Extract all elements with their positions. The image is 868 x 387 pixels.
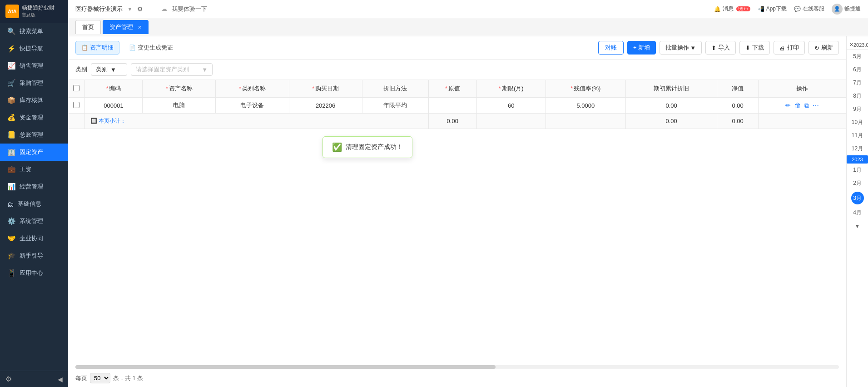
per-page-select[interactable]: 50 — [90, 373, 110, 383]
cell-accumulated: 0.00 — [626, 98, 717, 114]
sidebar-item-label: 库存核算 — [20, 96, 43, 104]
cell-code: 000001 — [84, 98, 143, 114]
cell-purchase-date: 202206 — [289, 98, 362, 114]
delete-icon[interactable]: 🗑 — [794, 102, 801, 109]
sidebar-item-appcenter[interactable]: 📱 应用中心 — [0, 264, 68, 282]
sidebar-item-basicinfo[interactable]: 🗂 基础信息 — [0, 195, 68, 213]
notifications-button[interactable]: 🔔 消息 99++ — [714, 5, 750, 13]
col-header-purchase-date: *购买日期 — [289, 80, 362, 98]
rp-month-6[interactable]: 6月 — [847, 63, 868, 76]
batch-chevron-icon: ▼ — [690, 45, 696, 51]
sidebar-item-label: 固定资产 — [20, 148, 43, 156]
refresh-button[interactable]: ↻ 刷新 — [808, 41, 839, 55]
rp-month-5[interactable]: 5月 — [847, 50, 868, 63]
row-checkbox-cell — [68, 98, 84, 114]
sidebar-collapse-icon[interactable]: ◀ — [58, 376, 63, 383]
sidebar: AtA 畅捷通好业财 普及版 🔍 搜索菜单 ⚡ 快捷导航 📈 销售管理 🛒 采购… — [0, 0, 68, 387]
rp-nav-down-icon[interactable]: ▼ — [855, 223, 860, 229]
search-icon: 🔍 — [7, 27, 16, 35]
sidebar-item-fixedassets[interactable]: 🏢 固定资产 — [0, 144, 68, 161]
sidebar-item-ledger[interactable]: 📒 总账管理 — [0, 126, 68, 144]
toolbar-right: 对账 + 新增 批量操作 ▼ ⬆ 导入 ⬇ 下载 🖨 — [598, 41, 839, 55]
avatar: 👤 — [832, 4, 843, 15]
sidebar-item-operations[interactable]: 📊 经营管理 — [0, 178, 68, 195]
table-wrapper[interactable]: *编码 *资产名称 *类别名称 *购买日期 折旧方法 *原值 *期限(月) *残… — [68, 80, 846, 365]
sidebar-item-label: 经营管理 — [20, 183, 43, 191]
sub-tab-voucher[interactable]: 📄 变更生成凭证 — [123, 41, 179, 55]
right-panel-close-icon[interactable]: ✕ — [849, 42, 853, 48]
appcenter-icon: 📱 — [7, 269, 16, 277]
sidebar-settings-icon[interactable]: ⚙ — [5, 375, 12, 383]
sidebar-item-enterprise[interactable]: 🤝 企业协同 — [0, 230, 68, 247]
table-header-row: *编码 *资产名称 *类别名称 *购买日期 折旧方法 *原值 *期限(月) *残… — [68, 80, 846, 98]
right-panel: ✕ 2023.03 ⤢ 5月 6月 7月 8月 9月 10月 11月 12月 2… — [846, 36, 868, 387]
tab-home[interactable]: 首页 — [75, 20, 101, 34]
category-input[interactable]: 请选择固定资产类别 ▼ — [131, 63, 213, 76]
rp-month-8[interactable]: 8月 — [847, 89, 868, 103]
tab-assets[interactable]: 资产管理 ✕ — [103, 20, 149, 34]
download-button[interactable]: ⬇ 下载 — [739, 41, 770, 55]
rp-month-7[interactable]: 7月 — [847, 76, 868, 89]
sidebar-item-salary[interactable]: 💼 工资 — [0, 161, 68, 178]
row-checkbox[interactable] — [73, 102, 79, 108]
company-chevron-icon[interactable]: ▼ — [127, 6, 133, 12]
sub-tab-detail[interactable]: 📋 资产明细 — [75, 41, 119, 55]
sidebar-item-label: 快捷导航 — [20, 45, 43, 53]
input-chevron-icon: ▼ — [202, 66, 208, 73]
rp-month-3-active[interactable]: 3月 — [851, 192, 864, 204]
sidebar-item-quicknav[interactable]: ⚡ 快捷导航 — [0, 40, 68, 57]
sidebar-item-inventory[interactable]: 📦 库存核算 — [0, 92, 68, 109]
basicinfo-icon: 🗂 — [7, 200, 14, 208]
detail-tab-icon: 📋 — [81, 45, 88, 51]
category-select[interactable]: 类别 ▼ — [91, 63, 127, 76]
experience-button[interactable]: 我要体验一下 — [172, 5, 207, 13]
rp-month-10[interactable]: 10月 — [847, 116, 868, 129]
sidebar-item-search[interactable]: 🔍 搜索菜单 — [0, 23, 68, 40]
print-button[interactable]: 🖨 打印 — [774, 41, 805, 55]
tab-close-icon[interactable]: ✕ — [138, 25, 142, 30]
company-settings-icon[interactable]: ⚙ — [137, 5, 143, 13]
user-profile[interactable]: 👤 畅捷通 — [832, 4, 861, 15]
rp-month-11[interactable]: 11月 — [847, 129, 868, 142]
service-icon: 💬 — [794, 6, 801, 12]
sidebar-item-guide[interactable]: 🎓 新手引导 — [0, 247, 68, 264]
online-service-button[interactable]: 💬 在线客服 — [794, 5, 824, 13]
main-area: 医疗器械行业演示 ▼ ⚙ ☁ 我要体验一下 🔔 消息 99++ 📲 App下载 … — [68, 0, 868, 387]
rp-month-9[interactable]: 9月 — [847, 103, 868, 116]
toolbar: 📋 资产明细 📄 变更生成凭证 对账 + 新增 批量操作 ▼ — [68, 36, 846, 60]
col-header-code: *编码 — [84, 80, 143, 98]
system-icon: ⚙️ — [7, 217, 16, 225]
rp-month-1[interactable]: 1月 — [847, 164, 868, 177]
edit-icon[interactable]: ✏ — [785, 102, 791, 109]
col-header-original-value: *原值 — [428, 80, 476, 98]
horizontal-scrollbar[interactable] — [75, 365, 839, 369]
cell-operation: ✏ 🗑 ⧉ ⋯ — [759, 98, 846, 114]
print-icon: 🖨 — [779, 45, 785, 51]
rp-month-12[interactable]: 12月 — [847, 142, 868, 155]
sidebar-item-purchase[interactable]: 🛒 采购管理 — [0, 74, 68, 92]
rp-month-2[interactable]: 2月 — [847, 177, 868, 190]
import-button[interactable]: ⬆ 导入 — [705, 41, 736, 55]
sidebar-scroll: 🔍 搜索菜单 ⚡ 快捷导航 📈 销售管理 🛒 采购管理 📦 库存核算 💰 资金管… — [0, 23, 68, 371]
tabbar: 首页 资产管理 ✕ — [68, 18, 868, 36]
sidebar-item-label: 销售管理 — [20, 62, 43, 70]
sidebar-item-system[interactable]: ⚙️ 系统管理 — [0, 213, 68, 230]
subtotal-accumulated: 0.00 — [626, 114, 717, 129]
rp-month-4[interactable]: 4月 — [847, 206, 868, 219]
select-all-checkbox[interactable] — [73, 85, 79, 91]
col-header-residual-rate: *残值率(%) — [546, 80, 625, 98]
subtotal-original: 0.00 — [428, 114, 476, 129]
app-download-button[interactable]: 📲 App下载 — [758, 5, 787, 13]
balance-button[interactable]: 对账 — [598, 41, 624, 55]
sidebar-item-funds[interactable]: 💰 资金管理 — [0, 109, 68, 126]
inventory-icon: 📦 — [7, 96, 16, 104]
rp-year-current[interactable]: 2023 — [847, 155, 868, 164]
select-chevron-icon: ▼ — [110, 66, 116, 73]
sidebar-item-sales[interactable]: 📈 销售管理 — [0, 57, 68, 74]
rp-months-before: 5月 6月 7月 8月 9月 10月 11月 12月 2023 1月 2月 3月… — [847, 50, 868, 219]
batch-button[interactable]: 批量操作 ▼ — [660, 41, 702, 55]
cell-period: 60 — [476, 98, 546, 114]
new-button[interactable]: + 新增 — [627, 41, 656, 55]
copy-icon[interactable]: ⧉ — [804, 102, 809, 109]
more-icon[interactable]: ⋯ — [813, 102, 819, 109]
